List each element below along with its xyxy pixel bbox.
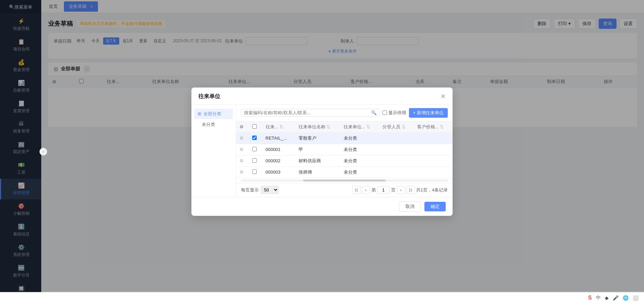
- counterparty-search-input[interactable]: [244, 110, 370, 115]
- page-size-select[interactable]: 50 10 20 100: [261, 186, 279, 194]
- row-settings-btn[interactable]: ⚙: [236, 166, 249, 178]
- pagination-nav: ⟨⟨ ‹ 第 页 › ⟩⟩ 共1页，4条记录: [352, 186, 448, 194]
- row-category: 未分类: [340, 144, 379, 155]
- dtable-select-all[interactable]: [252, 124, 257, 129]
- table-row[interactable]: ⚙ RETAIL_... 零散客户 未分类: [236, 132, 453, 144]
- row-name: 甲: [295, 144, 340, 155]
- dtcol-price[interactable]: 客户价格... ⇅: [414, 121, 453, 133]
- row-manager: [379, 166, 414, 178]
- dialog-sidebar-all[interactable]: ⊞ 全部分类: [194, 109, 233, 119]
- row-name: 材料供应商: [295, 155, 340, 166]
- row-price-level: [414, 132, 453, 144]
- page-prev-btn[interactable]: ‹: [362, 186, 370, 194]
- pagination-total: 共1页，4条记录: [416, 187, 448, 193]
- row-code: RETAIL_...: [262, 132, 295, 144]
- row-select-checkbox[interactable]: [249, 132, 262, 144]
- row-checkbox[interactable]: [252, 147, 257, 151]
- dialog-main: 🔍 显示停用 + 新增往来单位 ⚙: [236, 105, 453, 197]
- row-category: 未分类: [340, 155, 379, 166]
- taskbar-desktop-icon[interactable]: ⬜: [633, 295, 639, 301]
- row-code: 000001: [262, 144, 295, 155]
- dtcol-name[interactable]: 往来单位名称 ⇅: [295, 121, 340, 133]
- row-select-checkbox[interactable]: [249, 166, 262, 178]
- modal-overlay[interactable]: 往来单位 ✕ ⊞ 全部分类 未分类 ‹: [0, 0, 644, 303]
- taskbar-chinese-icon[interactable]: 中: [596, 295, 601, 301]
- row-settings-btn[interactable]: ⚙: [236, 132, 249, 144]
- dtcol-settings[interactable]: ⚙: [236, 121, 249, 133]
- add-counterparty-button[interactable]: + 新增往来单位: [409, 108, 448, 118]
- row-settings-btn[interactable]: ⚙: [236, 144, 249, 155]
- dialog-header: 往来单位 ✕: [191, 88, 453, 105]
- show-disabled-toggle[interactable]: 显示停用: [382, 110, 406, 116]
- grid-icon-small: ⊞: [198, 111, 201, 116]
- counterparty-search-box[interactable]: 🔍: [241, 109, 380, 117]
- row-price-level: [414, 144, 453, 155]
- dtcol-checkbox[interactable]: [249, 121, 262, 133]
- row-settings-btn[interactable]: ⚙: [236, 155, 249, 166]
- page-last-btn[interactable]: ⟩⟩: [407, 186, 415, 194]
- counterparty-dialog: 往来单位 ✕ ⊞ 全部分类 未分类 ‹: [191, 88, 453, 216]
- counterparty-table: ⚙ 往来... ⇅ 往来单位名称 ⇅ 往来单位... ⇅ 分管人员 ⇅ 客户价格…: [236, 121, 453, 178]
- search-icon: 🔍: [371, 110, 377, 115]
- dialog-body: ⊞ 全部分类 未分类 ‹ 🔍: [191, 105, 453, 197]
- page-unit: 页: [391, 187, 396, 193]
- row-manager: [379, 155, 414, 166]
- confirm-button[interactable]: 确定: [424, 202, 446, 211]
- row-select-checkbox[interactable]: [249, 155, 262, 166]
- table-row[interactable]: ⚙ 000002 材料供应商 未分类: [236, 155, 453, 166]
- page-next-btn[interactable]: ›: [397, 186, 405, 194]
- dialog-table-wrap: ⚙ 往来... ⇅ 往来单位名称 ⇅ 往来单位... ⇅ 分管人员 ⇅ 客户价格…: [236, 121, 453, 178]
- row-select-checkbox[interactable]: [249, 144, 262, 155]
- taskbar: S 中 ◆ 🎤 🌐 ⬜: [0, 292, 644, 303]
- row-checkbox[interactable]: [252, 158, 257, 163]
- show-disabled-checkbox[interactable]: [382, 110, 387, 115]
- table-row[interactable]: ⚙ 000001 甲 未分类: [236, 144, 453, 155]
- taskbar-mic-icon[interactable]: 🎤: [613, 295, 619, 301]
- horizontal-scrollbar[interactable]: [241, 179, 448, 182]
- row-name: 张师傅: [295, 166, 340, 178]
- row-manager: [379, 144, 414, 155]
- taskbar-network-icon[interactable]: 🌐: [623, 295, 629, 301]
- row-price-level: [414, 166, 453, 178]
- dialog-title: 往来单位: [198, 93, 220, 100]
- table-row[interactable]: ⚙ 000003 张师傅 未分类: [236, 166, 453, 178]
- row-code: 000002: [262, 155, 295, 166]
- dialog-footer: 取消 确定: [191, 197, 453, 216]
- row-checkbox[interactable]: [252, 170, 257, 174]
- dialog-sidebar-unclassified[interactable]: 未分类: [194, 120, 233, 129]
- page-first-btn[interactable]: ⟨⟨: [352, 186, 360, 194]
- dialog-pagination: 每页显示 50 10 20 100 ⟨⟨ ‹ 第 页: [236, 183, 453, 197]
- dialog-close-icon[interactable]: ✕: [441, 93, 446, 100]
- row-checkbox[interactable]: [252, 136, 257, 140]
- row-manager: [379, 132, 414, 144]
- pagination-left: 每页显示 50 10 20 100: [241, 186, 279, 194]
- dtcol-manager[interactable]: 分管人员 ⇅: [379, 121, 414, 133]
- scrollbar-thumb: [303, 179, 386, 182]
- dtcol-code[interactable]: 往来... ⇅: [262, 121, 295, 133]
- dtcol-category[interactable]: 往来单位... ⇅: [340, 121, 379, 133]
- taskbar-diamond-icon[interactable]: ◆: [605, 295, 609, 301]
- row-category: 未分类: [340, 166, 379, 178]
- row-price-level: [414, 155, 453, 166]
- page-number-input[interactable]: [377, 186, 390, 194]
- page-label: 第: [371, 187, 376, 193]
- row-code: 000003: [262, 166, 295, 178]
- dialog-toolbar: 🔍 显示停用 + 新增往来单位: [236, 105, 453, 121]
- row-name: 零散客户: [295, 132, 340, 144]
- dialog-sidebar: ⊞ 全部分类 未分类 ‹: [191, 105, 236, 197]
- taskbar-s-icon[interactable]: S: [588, 295, 592, 301]
- row-category: 未分类: [340, 132, 379, 144]
- cancel-button[interactable]: 取消: [399, 201, 421, 212]
